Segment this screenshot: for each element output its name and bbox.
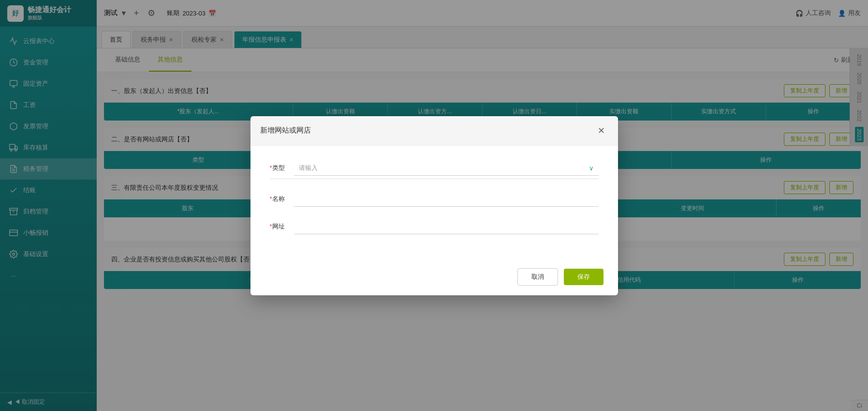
name-input[interactable]: [294, 191, 599, 207]
type-label: *类型: [270, 164, 289, 172]
dialog-body: *类型 请输入 ∨ *名称: [250, 146, 618, 261]
type-field-wrap: *类型 请输入 ∨: [270, 160, 599, 176]
form-row-type: *类型 请输入 ∨: [270, 160, 599, 179]
add-website-dialog: 新增网站或网店 ✕ *类型 请输入 ∨ *名称: [250, 116, 618, 295]
name-label: *名称: [270, 195, 289, 203]
dialog-close-button[interactable]: ✕: [595, 124, 608, 137]
form-row-name: *名称: [270, 191, 599, 207]
type-select-wrap: 请输入 ∨: [294, 160, 599, 176]
dialog-title: 新增网站或网店: [260, 126, 311, 135]
save-button[interactable]: 保存: [564, 269, 603, 285]
url-field-wrap: *网址: [270, 219, 599, 234]
url-label: *网址: [270, 222, 289, 231]
name-field-wrap: *名称: [270, 191, 599, 207]
cancel-button[interactable]: 取消: [517, 268, 558, 286]
type-select[interactable]: 请输入: [294, 160, 599, 176]
url-input[interactable]: [294, 219, 599, 234]
dialog-footer: 取消 保存: [250, 261, 618, 295]
dialog-header: 新增网站或网店 ✕: [250, 116, 618, 146]
form-row-url: *网址: [270, 219, 599, 234]
